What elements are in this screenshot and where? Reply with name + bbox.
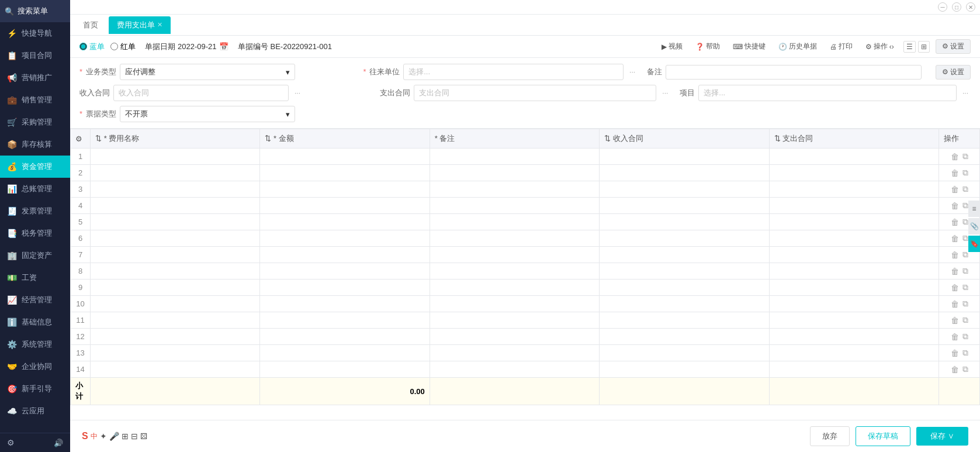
amount-cell[interactable] [260, 345, 430, 361]
table-remark-input[interactable] [435, 201, 594, 210]
amount-input[interactable] [265, 267, 424, 275]
expense-name-input[interactable] [95, 267, 255, 275]
table-remark-input[interactable] [435, 250, 594, 259]
remark-cell[interactable] [430, 280, 599, 296]
amount-input[interactable] [265, 250, 424, 259]
tab-expense-form[interactable]: 费用支出单 ✕ [109, 16, 171, 34]
amount-cell[interactable] [260, 361, 430, 378]
expense-name-input[interactable] [95, 250, 255, 259]
sidebar-item-quick-nav[interactable]: ⚡快捷导航 [0, 22, 70, 44]
income-contract-input[interactable]: 收入合同 [113, 85, 289, 101]
table-expense-contract-input[interactable] [774, 332, 934, 341]
amount-input[interactable] [265, 349, 424, 357]
expense-contract-cell[interactable] [769, 263, 939, 280]
amount-input[interactable] [265, 168, 424, 177]
right-icon-2[interactable]: 📎 [968, 218, 980, 234]
delete-row-icon[interactable]: 🗑 [951, 250, 959, 260]
expense-contract-more[interactable]: ··· [660, 89, 670, 97]
table-income-contract-input[interactable] [604, 365, 764, 374]
expense-name-cell[interactable] [91, 345, 260, 361]
table-remark-input[interactable] [435, 316, 594, 325]
settings-button[interactable]: ⚙ 设置 [936, 39, 971, 54]
blue-radio-input[interactable] [79, 43, 87, 50]
expense-name-input[interactable] [95, 201, 255, 210]
amount-cell[interactable] [260, 312, 430, 329]
expense-name-input[interactable] [95, 316, 255, 325]
copy-row-icon[interactable]: ⧉ [962, 332, 968, 341]
table-remark-input[interactable] [435, 299, 594, 308]
sidebar-item-invoice-mgmt[interactable]: 🧾发票管理 [0, 200, 70, 222]
delete-row-icon[interactable]: 🗑 [951, 218, 959, 227]
expense-contract-cell[interactable] [769, 165, 939, 181]
calendar-icon[interactable]: 📅 [219, 42, 228, 51]
expense-name-cell[interactable] [91, 198, 260, 214]
copy-row-icon[interactable]: ⧉ [962, 168, 968, 178]
table-income-contract-input[interactable] [604, 299, 764, 308]
right-icon-1[interactable]: ≡ [968, 201, 980, 217]
delete-row-icon[interactable]: 🗑 [951, 168, 959, 178]
table-expense-contract-input[interactable] [774, 201, 934, 210]
remark-cell[interactable] [430, 181, 599, 198]
income-contract-more[interactable]: ··· [292, 89, 303, 97]
remark-cell[interactable] [430, 263, 599, 280]
expense-contract-cell[interactable] [769, 296, 939, 312]
table-income-contract-input[interactable] [604, 283, 764, 292]
expense-name-cell[interactable] [91, 230, 260, 247]
amount-cell[interactable] [260, 214, 430, 230]
income-contract-cell[interactable] [600, 149, 769, 165]
table-remark-input[interactable] [435, 365, 594, 374]
amount-cell[interactable] [260, 165, 430, 181]
remark-cell[interactable] [430, 149, 599, 165]
amount-input[interactable] [265, 234, 424, 243]
expense-name-input[interactable] [95, 332, 255, 341]
expense-contract-cell[interactable] [769, 181, 939, 198]
table-income-contract-input[interactable] [604, 185, 764, 194]
delete-row-icon[interactable]: 🗑 [951, 349, 959, 358]
expense-contract-cell[interactable] [769, 230, 939, 247]
expense-name-cell[interactable] [91, 263, 260, 280]
minimize-button[interactable]: ─ [938, 2, 947, 12]
income-contract-cell[interactable] [600, 165, 769, 181]
tab-home[interactable]: 首页 [75, 16, 106, 34]
table-income-contract-input[interactable] [604, 152, 764, 161]
expense-name-cell[interactable] [91, 181, 260, 198]
save-button[interactable]: 保存 ∨ [916, 427, 968, 446]
copy-row-icon[interactable]: ⧉ [962, 364, 968, 374]
table-expense-contract-input[interactable] [774, 299, 934, 308]
delete-row-icon[interactable]: 🗑 [951, 365, 959, 374]
list-view-icon[interactable]: ☰ [903, 41, 916, 53]
delete-row-icon[interactable]: 🗑 [951, 332, 959, 341]
form-settings-button[interactable]: ⚙ 设置 [936, 65, 971, 80]
income-contract-cell[interactable] [600, 296, 769, 312]
table-income-contract-input[interactable] [604, 349, 764, 357]
table-expense-contract-input[interactable] [774, 349, 934, 357]
table-expense-contract-input[interactable] [774, 168, 934, 177]
save-draft-button[interactable]: 保存草稿 [856, 426, 910, 446]
remark-cell[interactable] [430, 296, 599, 312]
video-btn[interactable]: ▶ 视频 [658, 40, 686, 53]
partner-more-icon[interactable]: ··· [627, 68, 638, 76]
sidebar-item-project-contract[interactable]: 📋项目合同 [0, 44, 70, 67]
sidebar-item-operations-mgmt[interactable]: 📈经营管理 [0, 289, 70, 311]
income-contract-cell[interactable] [600, 247, 769, 263]
expense-name-cell[interactable] [91, 361, 260, 378]
right-icon-3[interactable]: 🔖 [968, 236, 980, 252]
table-header-gear[interactable]: ⚙ [71, 129, 91, 149]
expense-name-input[interactable] [95, 283, 255, 292]
income-contract-cell[interactable] [600, 345, 769, 361]
remark-cell[interactable] [430, 345, 599, 361]
income-contract-cell[interactable] [600, 329, 769, 345]
copy-row-icon[interactable]: ⧉ [962, 151, 968, 161]
expense-name-cell[interactable] [91, 280, 260, 296]
copy-row-icon[interactable]: ⧉ [962, 299, 968, 309]
remark-cell[interactable] [430, 214, 599, 230]
expense-contract-cell[interactable] [769, 247, 939, 263]
remark-cell[interactable] [430, 198, 599, 214]
expense-name-cell[interactable] [91, 329, 260, 345]
table-income-contract-input[interactable] [604, 201, 764, 210]
sidebar-item-new-user-guide[interactable]: 🎯新手引导 [0, 378, 70, 400]
sidebar-item-capital-mgmt[interactable]: 💰资金管理 [0, 156, 70, 178]
expense-name-cell[interactable] [91, 149, 260, 165]
table-income-contract-input[interactable] [604, 332, 764, 341]
expense-contract-cell[interactable] [769, 329, 939, 345]
